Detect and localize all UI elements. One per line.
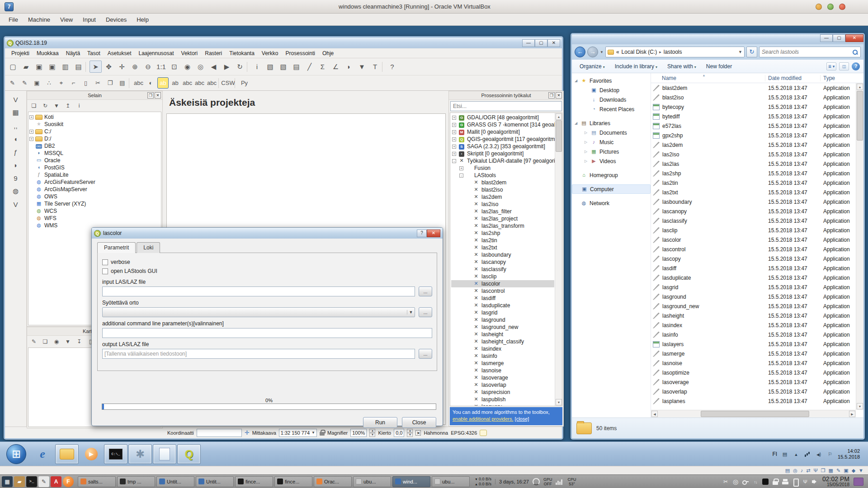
zoom-to-selection-icon[interactable]: ◉	[181, 61, 193, 73]
tree-item[interactable]: DB2	[28, 142, 161, 150]
delete-selected-icon[interactable]: ▯	[80, 77, 91, 89]
search-box[interactable]	[759, 47, 861, 57]
float-panel-button[interactable]: ❐	[548, 92, 555, 99]
render-checkbox[interactable]: ✕	[415, 430, 421, 436]
expander-icon[interactable]	[29, 180, 33, 184]
window-button[interactable]: Orac...	[314, 476, 352, 487]
expander-icon[interactable]: +	[452, 137, 456, 141]
pin-labels-icon[interactable]: ab	[157, 77, 169, 89]
window-button[interactable]: fince...	[274, 476, 312, 487]
statistical-summary-icon[interactable]: Σ	[316, 61, 329, 73]
expander-icon[interactable]	[29, 173, 33, 177]
change-label-icon[interactable]: abc	[206, 77, 217, 89]
expander-icon[interactable]	[467, 275, 471, 279]
tree-item[interactable]: lasmerge	[451, 360, 554, 367]
label-pie-icon[interactable]: ◐	[145, 77, 156, 89]
firefox-launcher-icon[interactable]: F	[63, 476, 74, 487]
tree-item[interactable]: lasindex	[451, 345, 554, 352]
tree-item[interactable]: +Skriptit [0 geoalgoritmit]	[451, 150, 554, 157]
scroll-right-button[interactable]: ▶	[849, 411, 855, 417]
scale-lock-icon[interactable]	[320, 430, 325, 436]
tree-item[interactable]: +SAGA (2.3.2) [353 geoalgoritmit]	[451, 143, 554, 150]
tab-log[interactable]: Loki	[137, 242, 160, 253]
menu-item[interactable]: File	[4, 14, 23, 25]
breadcrumb-folder[interactable]: lastools	[664, 49, 682, 55]
keyboard-capture-icon[interactable]: ▼	[859, 467, 863, 474]
save-project-icon[interactable]: ▣	[33, 61, 45, 73]
keyboard-icon[interactable]	[781, 451, 788, 457]
tree-item[interactable]: lasprecision	[451, 389, 554, 396]
identify-features-icon[interactable]: i	[251, 61, 263, 73]
lasmerge[interactable]: lasmerge15.5.2018 13:47Application	[651, 349, 856, 358]
tree-item[interactable]: lasquery	[451, 403, 554, 406]
properties-widget-icon[interactable]: i	[74, 101, 84, 111]
tree-item[interactable]: lascanopy	[451, 258, 554, 266]
add-oracle-layer-icon[interactable]: 9	[10, 172, 22, 184]
rotation-spin-buttons[interactable]: ▲▼	[407, 429, 413, 437]
expander-icon[interactable]: +	[452, 116, 456, 120]
expander-icon[interactable]: +	[29, 137, 33, 141]
new-project-icon[interactable]: ▢	[7, 61, 19, 73]
expander-icon[interactable]	[29, 195, 33, 199]
lasground_new[interactable]: lasground_new15.5.2018 13:47Application	[651, 301, 856, 311]
pan-map-icon[interactable]: ✥	[103, 61, 115, 73]
expander-icon[interactable]	[467, 210, 471, 214]
tree-item[interactable]: blast2dem	[451, 179, 554, 186]
expander-icon[interactable]	[29, 224, 33, 228]
tree-item[interactable]: +Koti	[28, 113, 161, 121]
file-manager-icon[interactable]: ▰	[14, 476, 25, 487]
menu-item[interactable]: Asetukset	[104, 49, 135, 58]
new-shapefile-layer-icon[interactable]: V	[10, 198, 22, 210]
cmd-taskbar-icon[interactable]: C:\_	[104, 444, 127, 464]
collapse-all-icon[interactable]: ↥	[63, 101, 73, 111]
address-dropdown-icon[interactable]: ▼	[738, 50, 742, 54]
add-wms-layer-icon[interactable]: ◍	[10, 185, 22, 197]
scroll-left-button[interactable]: ◀	[651, 411, 658, 417]
save-layer-edits-icon[interactable]: ▣	[31, 77, 42, 89]
explorer-titlebar[interactable]: — ▢ ✕	[572, 34, 863, 44]
a-app-launcher-icon[interactable]: A	[51, 476, 61, 487]
menu-item[interactable]: Ohje	[319, 49, 337, 58]
expander-icon[interactable]	[29, 159, 33, 163]
menu-item[interactable]: Laajennusosat	[135, 49, 177, 58]
explorer-taskbar-icon[interactable]	[55, 444, 79, 464]
help-icon[interactable]: ?	[852, 62, 860, 70]
refresh-button[interactable]: ↻	[746, 47, 757, 57]
volume-tray-icon[interactable]	[815, 451, 822, 457]
expander-icon[interactable]: -	[459, 174, 463, 178]
menu-item[interactable]: Vektori	[178, 49, 202, 58]
close-panel-button[interactable]: ✕	[155, 92, 161, 99]
search-input[interactable]	[762, 49, 852, 55]
tree-item[interactable]: lasoverlap	[451, 381, 554, 389]
nav-item[interactable]: Desktop	[572, 85, 651, 95]
tree-item[interactable]: lasboundary	[451, 251, 554, 258]
text-editor-launcher-icon[interactable]: ✎	[38, 476, 49, 487]
horizontal-scrollbar[interactable]: ◀ ▶	[651, 410, 856, 418]
bytediff[interactable]: bytediff15.5.2018 13:47Application	[651, 112, 856, 121]
expander-icon[interactable]	[29, 188, 33, 192]
output-file-browse-button[interactable]: ...	[419, 349, 432, 359]
expander-icon[interactable]	[467, 340, 471, 344]
lasground[interactable]: lasground15.5.2018 13:47Application	[651, 292, 856, 301]
filter-browser-icon[interactable]: ▼	[52, 101, 61, 111]
window-button[interactable]: ubu...	[353, 476, 391, 487]
unpin-labels-icon[interactable]: ab	[170, 77, 181, 89]
tree-item[interactable]: -Työkalut LiDAR-datalle [97 geoalgorit..…	[451, 157, 554, 164]
tree-item[interactable]: SpatiaLite	[28, 171, 161, 178]
action-center-icon[interactable]	[826, 451, 834, 457]
expander-icon[interactable]: +	[452, 123, 456, 127]
window-button[interactable]: ubu...	[432, 476, 470, 487]
cpu-gauge-icon[interactable]	[533, 478, 540, 485]
las2las[interactable]: las2las15.5.2018 13:47Application	[651, 159, 856, 169]
nav-item[interactable]: ▷Music	[572, 137, 651, 147]
screen-lock-icon[interactable]	[772, 479, 778, 485]
text-annotation-icon[interactable]: T	[369, 61, 381, 73]
toolbox-scrollbar[interactable]: ▲ ▼	[555, 113, 562, 406]
lasdiff[interactable]: lasdiff15.5.2018 13:47Application	[651, 263, 856, 273]
expander-icon[interactable]	[467, 231, 471, 235]
expander-icon[interactable]	[29, 144, 33, 148]
bytecopy[interactable]: bytecopy15.5.2018 13:47Application	[651, 102, 856, 112]
tree-item[interactable]: lasheight_classify	[451, 338, 554, 345]
tree-item[interactable]: Suosikit	[28, 121, 161, 128]
lasgrid[interactable]: lasgrid15.5.2018 13:47Application	[651, 282, 856, 292]
